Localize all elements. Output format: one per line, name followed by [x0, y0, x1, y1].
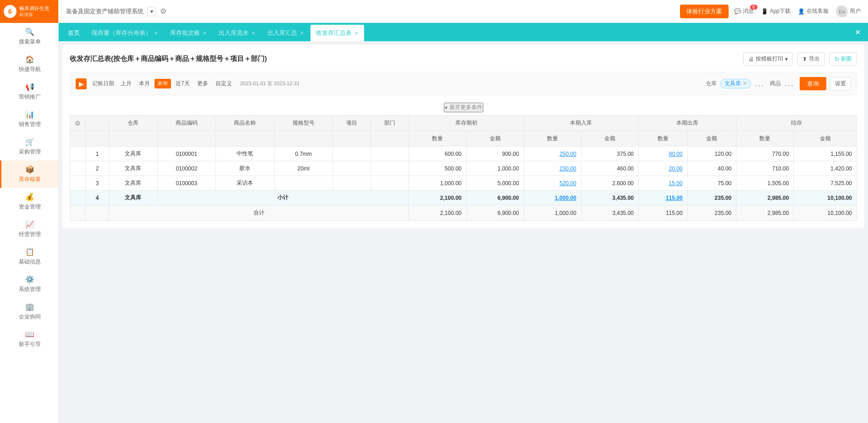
page-title: 收发存汇总表(按仓库＋商品编码＋商品＋规格型号＋项目＋部门)	[70, 55, 267, 63]
cell-out-qty[interactable]: 15.00	[638, 176, 687, 191]
tab-2[interactable]: 库存批次账✕	[165, 25, 212, 41]
settings-icon[interactable]: ⚙	[160, 7, 166, 16]
sidebar-item-quick-nav[interactable]: 🏠快捷导航	[0, 50, 58, 78]
data-table: ⚙ 仓库 商品编码 商品名称 规格型号 项目 部门 库存期初 本期入库 本期出库…	[70, 115, 857, 221]
export-btn[interactable]: ⬆ 导出	[797, 52, 825, 66]
tab-0[interactable]: 首页	[62, 25, 85, 41]
th-dept-sub	[371, 131, 409, 147]
th-balance: 结存	[736, 115, 857, 131]
sidebar-item-guide[interactable]: 📖新手引导	[0, 325, 58, 353]
online-service-btn[interactable]: 👤 在线客服	[798, 7, 829, 15]
messages-btn[interactable]: 💬 消息 6	[734, 7, 754, 15]
close-all-icon: ✕	[855, 28, 861, 37]
goods-more[interactable]: ...	[785, 79, 794, 88]
download-icon: 📱	[761, 8, 768, 15]
total-label: 合计	[109, 205, 409, 221]
sidebar-item-purchase[interactable]: 🛒采购管理	[0, 133, 58, 160]
subtotal-in-qty[interactable]: 1,000.00	[524, 191, 581, 205]
warehouse-tag-text: 文具库	[724, 80, 741, 88]
sidebar-item-system[interactable]: ⚙️系统管理	[0, 270, 58, 298]
cell-out-amt: 40.00	[687, 161, 736, 176]
sidebar-item-marketing[interactable]: 📢营销推广	[0, 78, 58, 105]
date-opt-上月[interactable]: 上月	[118, 79, 134, 88]
dropdown-arrow: ▾	[150, 8, 153, 15]
expand-more-btn[interactable]: ▾ 展开更多条件	[444, 103, 483, 112]
cell-in-qty[interactable]: 230.00	[524, 161, 581, 176]
subtotal-warehouse: 文具库	[109, 191, 157, 205]
cell-warehouse: 文具库	[109, 176, 157, 191]
warehouse-tag-close[interactable]: ✕	[743, 81, 747, 87]
th-opening-qty: 数量	[409, 131, 466, 147]
th-balance-qty: 数量	[736, 131, 794, 147]
date-opt-更多[interactable]: 更多	[194, 79, 211, 88]
subtotal-row: 4 文具库 小计 2,100.00 6,900.00 1,000.00 3,43…	[70, 191, 857, 205]
tab-4[interactable]: 出入库汇总✕	[262, 25, 310, 41]
cell-balance-qty: 1,505.00	[736, 176, 794, 191]
system-dropdown[interactable]: ▾	[147, 7, 156, 16]
export-icon: ⬆	[802, 56, 807, 62]
app-download-btn[interactable]: 📱 App下载	[761, 7, 791, 15]
sidebar-item-base[interactable]: 📋基础信息	[0, 243, 58, 270]
tab-5[interactable]: 收发存汇总表✕	[310, 25, 364, 41]
tab-close-3[interactable]: ✕	[251, 30, 255, 36]
inventory-icon: 📦	[25, 165, 34, 174]
cell-opening-qty: 1,000.00	[409, 176, 466, 191]
total-row: 合计 2,100.00 6,900.00 1,000.00 3,435.00 1…	[70, 205, 857, 221]
refresh-btn[interactable]: ↻ 刷新	[829, 52, 857, 66]
topbar-actions: 💬 消息 6 📱 App下载 👤 在线客服 Ea 用户	[734, 5, 861, 17]
date-opt-近7天[interactable]: 近7天	[173, 79, 193, 88]
table-row: 3 文具库 0100003 采访本 1,000.00 5,000.00 520.…	[70, 176, 857, 191]
sidebar-item-inventory[interactable]: 📦库存核算	[0, 160, 58, 188]
refresh-icon: ↻	[835, 56, 839, 62]
main-area: 装备及固定资产辅助管理系统 ▾ ⚙ 体验行业方案 💬 消息 6 📱 App下载 …	[59, 0, 868, 423]
sidebar-item-sales[interactable]: 📊销售管理	[0, 105, 58, 133]
subtotal-out-qty[interactable]: 115.00	[638, 191, 687, 205]
cell-out-qty[interactable]: 80.00	[638, 147, 687, 161]
print-btn[interactable]: 🖨 按模板打印 ▾	[743, 52, 793, 66]
total-balance-amt: 10,100.00	[794, 205, 857, 221]
date-opt-本月[interactable]: 本月	[136, 79, 153, 88]
tab-close-4[interactable]: ✕	[300, 30, 304, 36]
cell-in-qty[interactable]: 520.00	[524, 176, 581, 191]
tab-close-1[interactable]: ✕	[154, 30, 158, 36]
cell-code: 0100003	[157, 176, 216, 191]
tab-close-5[interactable]: ✕	[354, 30, 359, 36]
sidebar-item-search[interactable]: 🔍搜索菜单	[0, 23, 58, 50]
th-warehouse: 仓库	[109, 115, 157, 131]
date-opt-自定义[interactable]: 自定义	[213, 79, 235, 88]
tabs-bar: 首页现存量（库存分布表）✕库存批次账✕出入库流水✕出入库汇总✕收发存汇总表✕✕	[59, 23, 868, 41]
query-btn[interactable]: 查询	[800, 77, 826, 90]
marketing-icon: 📢	[25, 82, 34, 91]
tabs-close-all[interactable]: ✕	[851, 23, 864, 41]
sidebar-item-enterprise[interactable]: 🏢企业协同	[0, 298, 58, 325]
tab-3[interactable]: 出入库流水✕	[213, 25, 261, 41]
filter-expand-btn[interactable]: ▶	[76, 78, 87, 89]
purchase-icon: 🛒	[25, 137, 34, 146]
th-opening-amt: 金额	[466, 131, 524, 147]
trial-btn[interactable]: 体验行业方案	[680, 5, 729, 18]
tab-1[interactable]: 现存量（库存分布表）✕	[86, 25, 164, 41]
user-btn[interactable]: Ea 用户	[836, 5, 861, 17]
cell-settings	[70, 176, 86, 191]
tab-close-2[interactable]: ✕	[203, 30, 207, 36]
warehouse-more[interactable]: ...	[755, 79, 764, 88]
cell-out-amt: 75.00	[687, 176, 736, 191]
total-out-qty: 115.00	[638, 205, 687, 221]
sidebar-item-finance[interactable]: 💰资金管理	[0, 188, 58, 215]
table-settings-icon[interactable]: ⚙	[75, 120, 81, 127]
cell-balance-amt: 1,155.00	[794, 147, 857, 161]
filter-settings-btn[interactable]: 设置	[830, 77, 851, 90]
cell-opening-amt: 900.00	[466, 147, 524, 161]
user-avatar: Ea	[836, 5, 848, 17]
cell-out-qty[interactable]: 20.00	[638, 161, 687, 176]
sidebar-item-operations[interactable]: 📈经营管理	[0, 215, 58, 243]
cell-project	[333, 176, 371, 191]
th-dept: 部门	[371, 115, 409, 131]
th-project: 项目	[333, 115, 371, 131]
cell-in-qty[interactable]: 250.00	[524, 147, 581, 161]
date-opt-本年[interactable]: 本年	[155, 79, 171, 88]
warehouse-tag[interactable]: 文具库 ✕	[720, 79, 751, 88]
th-in-qty: 数量	[524, 131, 581, 147]
th-period-in: 本期入库	[524, 115, 638, 131]
tab-label-2: 库存批次账	[170, 29, 200, 37]
